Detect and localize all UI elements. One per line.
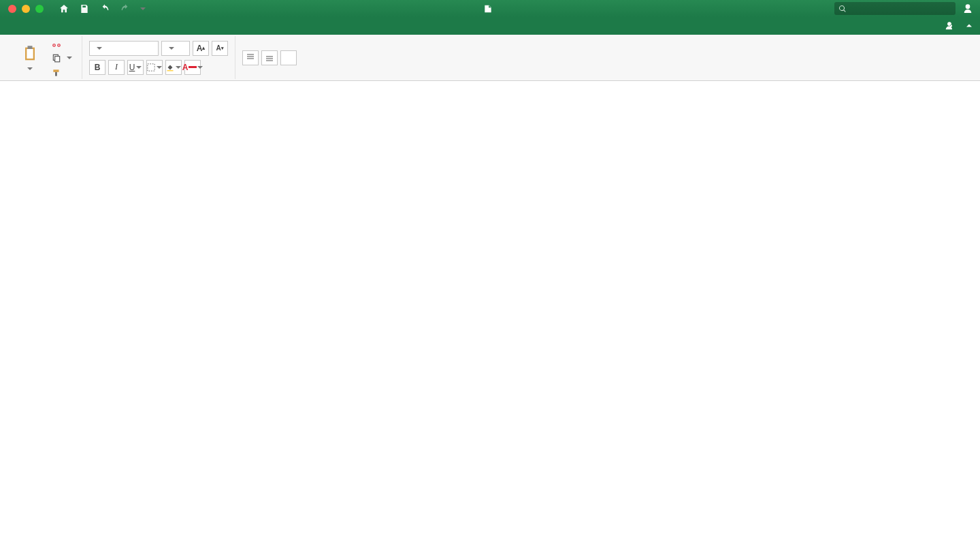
font-name-dropdown[interactable] <box>89 41 159 56</box>
bucket-icon <box>166 63 174 72</box>
svg-point-0 <box>53 44 56 46</box>
qat-customize-dropdown[interactable] <box>140 7 146 13</box>
align-top-button[interactable] <box>242 50 259 65</box>
font-color-button[interactable]: A <box>184 60 201 75</box>
italic-button[interactable]: I <box>108 60 125 75</box>
search-sheet-input[interactable] <box>834 2 956 15</box>
font-group: A▴ A▾ B I U A <box>82 36 235 79</box>
title-bar <box>0 0 980 17</box>
quick-access-toolbar <box>59 3 146 14</box>
align-middle-button[interactable] <box>261 50 278 65</box>
excel-file-icon <box>483 4 493 14</box>
share-button[interactable] <box>945 21 957 31</box>
cut-button[interactable] <box>49 36 75 50</box>
format-painter-button[interactable] <box>49 66 75 80</box>
bold-button[interactable]: B <box>89 60 105 75</box>
svg-rect-3 <box>55 56 60 61</box>
zoom-window-button[interactable] <box>35 5 44 13</box>
font-size-dropdown[interactable] <box>161 41 190 56</box>
alignment-group: { const v = el.getAttribute('data-bind')… <box>235 36 304 79</box>
search-icon <box>838 5 847 13</box>
paintbrush-icon <box>52 68 61 78</box>
minimize-window-button[interactable] <box>22 5 30 13</box>
align-bottom-icon: { const v = el.getAttribute('data-bind')… <box>284 53 293 63</box>
increase-font-button[interactable]: A▴ <box>193 41 209 56</box>
ribbon: A▴ A▾ B I U A { const v = el.getAttribut… <box>0 35 980 81</box>
copy-button[interactable] <box>49 51 75 65</box>
align-top-icon <box>246 53 255 63</box>
close-window-button[interactable] <box>8 5 16 13</box>
underline-button[interactable]: U <box>127 60 144 75</box>
svg-point-1 <box>58 44 61 46</box>
copy-icon <box>52 53 61 63</box>
decrease-font-button[interactable]: A▾ <box>212 41 228 56</box>
clipboard-group <box>4 36 82 79</box>
user-icon[interactable] <box>962 3 973 14</box>
window-controls <box>0 5 44 13</box>
redo-icon[interactable] <box>120 3 131 14</box>
svg-rect-4 <box>148 63 154 70</box>
fill-color-button[interactable] <box>165 60 182 75</box>
share-icon <box>945 21 954 31</box>
undo-icon[interactable] <box>99 3 110 14</box>
align-middle-icon <box>265 53 274 63</box>
borders-button[interactable] <box>146 60 163 75</box>
save-icon[interactable] <box>79 3 90 14</box>
home-icon[interactable] <box>59 3 69 14</box>
collapse-ribbon-icon[interactable] <box>965 22 973 30</box>
align-bottom-button[interactable]: { const v = el.getAttribute('data-bind')… <box>280 50 297 65</box>
scissors-icon <box>52 38 61 48</box>
borders-icon <box>147 63 155 72</box>
paste-button[interactable] <box>11 44 49 71</box>
ribbon-tabs <box>0 17 980 35</box>
svg-rect-5 <box>167 70 174 71</box>
